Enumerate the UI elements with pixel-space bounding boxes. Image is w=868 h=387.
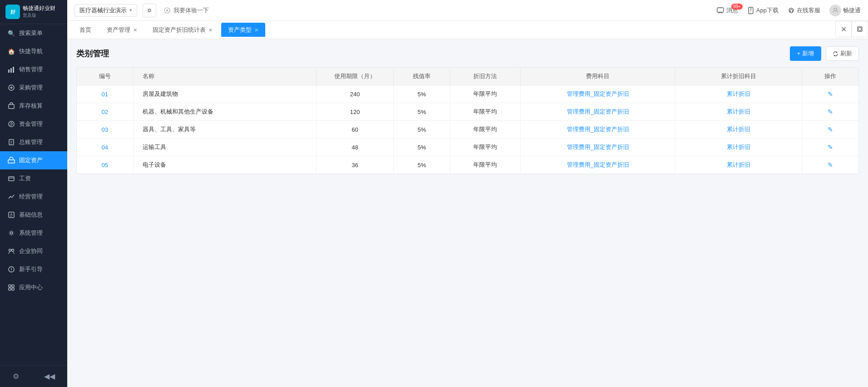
sidebar-logo: 好 畅捷通好业财 普及版 — [0, 0, 67, 24]
svg-rect-18 — [12, 288, 14, 290]
tab-depreciation[interactable]: 固定资产折旧统计表 ✕ — [146, 23, 219, 37]
topbar-settings-btn[interactable] — [143, 4, 156, 17]
svg-rect-1 — [10, 68, 12, 73]
purchase-icon — [7, 84, 15, 92]
sales-icon — [7, 65, 15, 74]
sidebar-item-inventory[interactable]: 库存核算 — [0, 97, 67, 115]
cell-duration: 36 — [316, 156, 394, 174]
sidebar-item-label: 固定资产 — [19, 156, 43, 164]
tab-home[interactable]: 首页 — [73, 23, 98, 37]
cell-accumulated: 累计折旧 — [675, 139, 802, 156]
sidebar-item-system[interactable]: 系统管理 — [0, 224, 67, 242]
svg-rect-2 — [13, 67, 14, 73]
sidebar-item-app-center[interactable]: 应用中心 — [0, 278, 67, 297]
page-title: 类别管理 — [76, 48, 109, 59]
refresh-button[interactable]: 刷新 — [826, 46, 859, 61]
sidebar-item-label: 新手引导 — [19, 265, 43, 273]
cell-duration: 120 — [316, 103, 394, 121]
sidebar-item-payroll[interactable]: 工资 — [0, 169, 67, 188]
sidebar-item-search[interactable]: 🔍 搜索菜单 — [0, 24, 67, 42]
logo-text: 畅捷通好业财 普及版 — [23, 5, 55, 19]
sidebar-item-quick-nav[interactable]: 🏠 快捷导航 — [0, 42, 67, 60]
edit-icon[interactable]: ✎ — [828, 144, 833, 151]
tab-asset-mgmt[interactable]: 资产管理 ✕ — [100, 23, 144, 37]
sidebar-bottom: ⚙ ◀◀ — [0, 365, 67, 387]
messages-btn[interactable]: 消息 99+ — [716, 6, 738, 15]
tabbar: 首页 资产管理 ✕ 固定资产折旧统计表 ✕ 资产类型 ✕ ✕ — [67, 21, 868, 39]
svg-rect-23 — [749, 7, 753, 14]
col-action: 操作 — [802, 68, 858, 85]
cell-accumulated: 累计折旧 — [675, 121, 802, 139]
sidebar-item-sales[interactable]: 销售管理 — [0, 60, 67, 79]
table-row: 02 机器、机械和其他生产设备 120 5% 年限平均 管理费用_固定资产折旧 … — [77, 103, 858, 121]
sidebar-item-label: 库存核算 — [19, 102, 43, 110]
close-window-btn[interactable]: ✕ — [835, 21, 852, 37]
svg-point-11 — [10, 232, 13, 234]
cell-duration: 60 — [316, 121, 394, 139]
edit-icon[interactable]: ✎ — [828, 90, 833, 98]
cell-accumulated: 累计折旧 — [675, 156, 802, 174]
svg-point-10 — [11, 213, 12, 214]
table-row: 03 器具、工具、家具等 60 5% 年限平均 管理费用_固定资产折旧 累计折旧… — [77, 121, 858, 139]
sidebar-item-label: 企业协同 — [19, 247, 43, 255]
header-actions: + 新增 刷新 — [790, 46, 859, 61]
user-label: 畅捷通 — [843, 6, 861, 15]
sidebar-item-cooperation[interactable]: 企业协同 — [0, 242, 67, 260]
sidebar-item-label: 采购管理 — [19, 84, 43, 92]
cell-residual: 5% — [394, 103, 450, 121]
sidebar-item-fixed-assets[interactable]: 固定资产 — [0, 151, 67, 169]
cell-action: ✎ — [802, 103, 858, 121]
maximize-window-btn[interactable] — [852, 21, 868, 37]
tab-asset-type[interactable]: 资产类型 ✕ — [221, 23, 265, 37]
main-area: 医疗器械行业演示 ▾ 我要体验一下 消息 99+ App下载 在线客服 — [67, 0, 868, 387]
basic-info-icon — [7, 211, 15, 219]
messages-badge: 99+ — [731, 4, 743, 10]
tab-close-icon[interactable]: ✕ — [254, 27, 258, 33]
sidebar-settings-btn[interactable]: ⚙ — [10, 369, 22, 383]
svg-rect-8 — [9, 177, 14, 181]
tab-close-icon[interactable]: ✕ — [133, 27, 137, 33]
sidebar-item-basic-info[interactable]: 基础信息 — [0, 206, 67, 224]
cell-name: 房屋及建筑物 — [133, 85, 316, 103]
svg-rect-27 — [858, 28, 861, 30]
cell-action: ✎ — [802, 85, 858, 103]
col-residual: 残值率 — [394, 68, 450, 85]
sidebar-item-finance[interactable]: 资金管理 — [0, 115, 67, 133]
cell-expense: 管理费用_固定资产折旧 — [521, 85, 675, 103]
tab-close-icon[interactable]: ✕ — [208, 27, 213, 33]
cell-method: 年限平均 — [450, 156, 521, 174]
cell-code: 05 — [77, 156, 133, 174]
app-download-btn[interactable]: App下载 — [747, 6, 779, 15]
sidebar-item-ops[interactable]: 经营管理 — [0, 188, 67, 206]
edit-icon[interactable]: ✎ — [828, 126, 833, 133]
online-service-btn[interactable]: 在线客服 — [788, 6, 820, 15]
svg-rect-17 — [9, 288, 11, 290]
sidebar-item-label: 快捷导航 — [19, 47, 43, 55]
sidebar-collapse-btn[interactable]: ◀◀ — [41, 369, 58, 383]
guide-icon — [7, 265, 15, 273]
chevron-down-icon: ▾ — [129, 7, 132, 13]
new-button[interactable]: + 新增 — [790, 46, 821, 61]
col-duration: 使用期限（月） — [316, 68, 394, 85]
cell-name: 器具、工具、家具等 — [133, 121, 316, 139]
cell-code: 01 — [77, 85, 133, 103]
edit-icon[interactable]: ✎ — [828, 161, 833, 169]
col-method: 折旧方法 — [450, 68, 521, 85]
svg-rect-4 — [9, 104, 14, 109]
user-btn[interactable]: 畅捷通 — [829, 5, 861, 16]
cell-expense: 管理费用_固定资产折旧 — [521, 121, 675, 139]
cell-expense: 管理费用_固定资产折旧 — [521, 156, 675, 174]
sidebar-item-purchase[interactable]: 采购管理 — [0, 79, 67, 97]
app-selector[interactable]: 医疗器械行业演示 ▾ — [74, 4, 137, 17]
experience-btn[interactable]: 我要体验一下 — [164, 6, 209, 15]
page-header: 类别管理 + 新增 刷新 — [76, 46, 859, 61]
cell-name: 机器、机械和其他生产设备 — [133, 103, 316, 121]
sidebar-item-guide[interactable]: 新手引导 — [0, 260, 67, 278]
refresh-label: 刷新 — [840, 50, 852, 58]
svg-point-13 — [12, 249, 14, 252]
sidebar-item-ledger[interactable]: 总账管理 — [0, 133, 67, 151]
edit-icon[interactable]: ✎ — [828, 108, 833, 115]
svg-rect-16 — [12, 285, 14, 287]
sidebar-item-label: 搜索菜单 — [19, 29, 43, 37]
table-row: 04 运输工具 48 5% 年限平均 管理费用_固定资产折旧 累计折旧 ✎ — [77, 139, 858, 156]
